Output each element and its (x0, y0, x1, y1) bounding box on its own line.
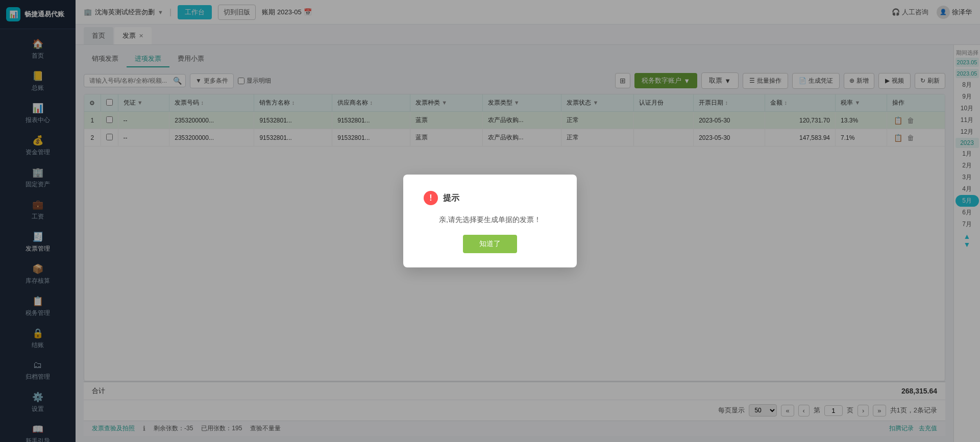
modal-box: ! 提示 亲,请先选择要生成单据的发票！ 知道了 (403, 175, 577, 267)
modal-header: ! 提示 (424, 191, 459, 205)
modal-confirm-button[interactable]: 知道了 (463, 235, 517, 253)
warning-icon: ! (424, 191, 438, 205)
modal-message: 亲,请先选择要生成单据的发票！ (424, 215, 556, 225)
modal-title: 提示 (443, 193, 459, 204)
modal-overlay: ! 提示 亲,请先选择要生成单据的发票！ 知道了 (0, 0, 980, 442)
